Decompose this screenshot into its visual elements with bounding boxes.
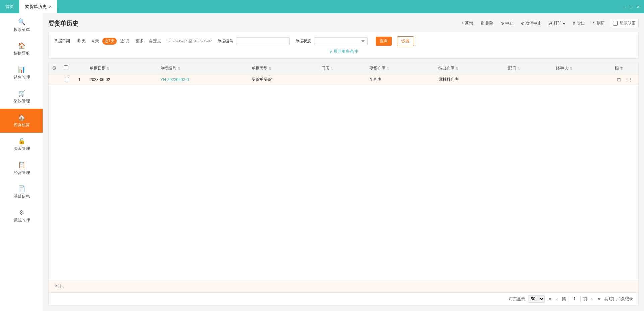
col-handler-label: 经手人 xyxy=(556,66,568,71)
col-store-sort[interactable]: ⇅ xyxy=(330,66,333,70)
cancel-stop-button[interactable]: ⊘ 取消中止 xyxy=(519,19,543,28)
tab-close-icon[interactable]: ✕ xyxy=(49,5,52,9)
sidebar-item-quick-nav[interactable]: 🏠 快捷导航 xyxy=(0,37,43,61)
page-label: 第 xyxy=(562,296,566,302)
new-button[interactable]: + 新增 xyxy=(460,19,475,28)
header-row: ⚙ 单据日期 ⇅ 单据编号 ⇅ xyxy=(49,62,638,74)
window-max-btn[interactable]: □ xyxy=(630,4,632,9)
col-doc-no: 单据编号 ⇅ xyxy=(157,62,248,74)
prev-page-btn[interactable]: ‹ xyxy=(555,296,559,302)
sidebar-item-label: 资金管理 xyxy=(14,146,30,152)
row-num: 1 xyxy=(73,74,86,85)
row-doc-no-link[interactable]: YH-20230602-0 xyxy=(160,77,189,82)
col-op: 操作 xyxy=(611,62,638,74)
table-row: 1 2023-06-02 YH-20230602-0 要货单要货 xyxy=(49,74,638,85)
row-pending-warehouse-value: 原材料仓库 xyxy=(438,77,459,82)
table-spacer xyxy=(49,85,638,281)
doc-no-input[interactable] xyxy=(236,37,290,45)
toolbar: + 新增 🗑 删除 ⊘ 中止 ⊘ 取消中止 🖨 打印 ▾ ⬆ 导出 ↻ 刷新 显… xyxy=(460,19,639,28)
sidebar-item-search-menu[interactable]: 🔍 搜索菜单 xyxy=(0,13,43,37)
col-doc-no-sort[interactable]: ⇅ xyxy=(178,66,180,70)
doc-status-select[interactable] xyxy=(314,37,368,45)
col-store-label: 门店 xyxy=(321,66,329,71)
select-all-checkbox[interactable] xyxy=(64,65,68,70)
sidebar-item-purchase[interactable]: 🛒 采购管理 xyxy=(0,85,43,109)
content-area: 要货单历史 + 新增 🗑 删除 ⊘ 中止 ⊘ 取消中止 🖨 打印 ▾ ⬆ 导出 … xyxy=(43,13,644,311)
date-options: 昨天 今天 近7天 近1月 更多 自定义 xyxy=(75,38,163,45)
window-close-btn[interactable]: ✕ xyxy=(636,4,640,9)
delete-button[interactable]: 🗑 删除 xyxy=(478,19,495,28)
col-dept-label: 部门 xyxy=(508,66,516,71)
col-settings: ⚙ xyxy=(49,62,61,74)
sidebar-item-label: 基础信息 xyxy=(14,194,30,199)
refresh-button[interactable]: ↻ 刷新 xyxy=(590,19,607,28)
filter-area: 单据日期 昨天 今天 近7天 近1月 更多 自定义 2023-05-27 至 2… xyxy=(48,32,639,59)
expand-more-label: 展开更多条件 xyxy=(334,49,358,54)
print-button[interactable]: 🖨 打印 ▾ xyxy=(547,19,567,28)
main-layout: 🔍 搜索菜单 🏠 快捷导航 📊 销售管理 🛒 采购管理 🏠 库存核算 🔒 资金管… xyxy=(0,13,644,311)
query-button[interactable]: 查询 xyxy=(376,37,392,46)
row-doc-date-value: 2023-06-02 xyxy=(90,77,110,82)
sidebar-item-system[interactable]: ⚙ 系统管理 xyxy=(0,204,43,228)
date-opt-last7days[interactable]: 近7天 xyxy=(102,38,117,45)
col-handler-sort[interactable]: ⇅ xyxy=(570,66,572,70)
page-size-select[interactable]: 50 20 100 xyxy=(528,295,545,303)
print-label: 🖨 打印 xyxy=(549,20,562,26)
date-opt-today[interactable]: 今天 xyxy=(89,38,101,45)
sidebar-item-label: 库存核算 xyxy=(14,122,30,128)
col-pending-warehouse-label: 待出仓库 xyxy=(438,66,454,71)
col-doc-date-sort[interactable]: ⇅ xyxy=(107,66,109,70)
col-req-warehouse-label: 要货仓库 xyxy=(369,66,385,71)
page-suffix: 页 xyxy=(583,296,587,302)
export-button[interactable]: ⬆ 导出 xyxy=(570,19,587,28)
sidebar-item-label: 销售管理 xyxy=(14,75,30,80)
sidebar-item-label: 采购管理 xyxy=(14,98,30,104)
window-min-btn[interactable]: ─ xyxy=(623,4,626,9)
col-check xyxy=(61,62,73,74)
sidebar-item-operations[interactable]: 📋 经营管理 xyxy=(0,157,43,180)
data-table: ⚙ 单据日期 ⇅ 单据编号 ⇅ xyxy=(49,62,638,85)
stop-button[interactable]: ⊘ 中止 xyxy=(499,19,515,28)
row-more-icon[interactable]: ⋮⋮ xyxy=(624,77,633,82)
display-detail-label: 显示明细 xyxy=(620,20,636,26)
tab-home[interactable]: 首页 xyxy=(0,0,19,13)
col-op-label: 操作 xyxy=(615,66,623,71)
date-opt-more[interactable]: 更多 xyxy=(133,38,146,45)
sidebar-item-inventory[interactable]: 🏠 库存核算 xyxy=(0,109,43,133)
sidebar-item-base-info[interactable]: 📄 基础信息 xyxy=(0,180,43,204)
display-detail-checkbox[interactable] xyxy=(613,21,618,26)
row-view-icon[interactable]: ⊟ xyxy=(617,77,621,82)
display-detail-button[interactable]: 显示明细 xyxy=(610,19,639,28)
row-req-warehouse-value: 车间库 xyxy=(369,77,381,82)
page-header: 要货单历史 + 新增 🗑 删除 ⊘ 中止 ⊘ 取消中止 🖨 打印 ▾ ⬆ 导出 … xyxy=(48,19,639,28)
expand-more-button[interactable]: ∨ 展开更多条件 xyxy=(329,49,358,54)
next-page-btn[interactable]: › xyxy=(590,296,594,302)
date-filter-label: 单据日期 xyxy=(54,38,70,44)
row-op: ⊟ ⋮⋮ xyxy=(611,74,638,85)
date-opt-last-month[interactable]: 近1月 xyxy=(118,38,132,45)
col-doc-no-label: 单据编号 xyxy=(160,66,176,71)
first-page-btn[interactable]: « xyxy=(547,296,552,302)
quick-nav-icon: 🏠 xyxy=(18,42,25,49)
col-doc-date: 单据日期 ⇅ xyxy=(86,62,157,74)
col-dept-sort[interactable]: ⇅ xyxy=(517,66,520,70)
top-bar: 首页 要货单历史 ✕ ─ □ ✕ xyxy=(0,0,644,13)
tab-requisition-history-label: 要货单历史 xyxy=(25,4,47,10)
col-pending-warehouse-sort[interactable]: ⇅ xyxy=(455,66,458,70)
tab-requisition-history[interactable]: 要货单历史 ✕ xyxy=(19,0,57,13)
sidebar-item-sales[interactable]: 📊 销售管理 xyxy=(0,61,43,85)
col-req-warehouse-sort[interactable]: ⇅ xyxy=(386,66,389,70)
date-opt-custom[interactable]: 自定义 xyxy=(147,38,163,45)
row-checkbox[interactable] xyxy=(65,77,69,81)
col-doc-type-sort[interactable]: ⇅ xyxy=(269,66,271,70)
row-pending-warehouse: 原材料仓库 xyxy=(435,74,505,85)
sidebar-item-label: 系统管理 xyxy=(14,218,30,223)
last-page-btn[interactable]: » xyxy=(597,296,602,302)
date-opt-yesterday[interactable]: 昨天 xyxy=(75,38,88,45)
settings-button[interactable]: 设置 xyxy=(397,36,414,46)
table-settings-icon[interactable]: ⚙ xyxy=(52,65,56,71)
sidebar-item-finance[interactable]: 🔒 资金管理 xyxy=(0,133,43,157)
table-body: 1 2023-06-02 YH-20230602-0 要货单要货 xyxy=(49,74,638,85)
print-dropdown-icon[interactable]: ▾ xyxy=(563,21,565,26)
page-input[interactable] xyxy=(569,296,581,302)
